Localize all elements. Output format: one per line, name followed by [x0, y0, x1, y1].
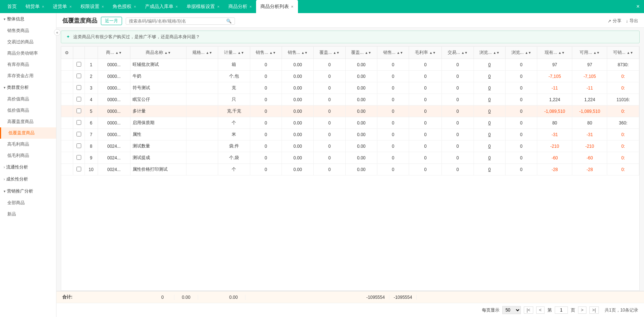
cell-checkbox[interactable] — [73, 152, 85, 164]
nav-close-purchase[interactable]: × — [69, 4, 71, 9]
cell-browse1[interactable]: 0 — [474, 152, 505, 164]
cell-checkbox[interactable] — [73, 82, 85, 94]
nav-close-permissions[interactable]: × — [102, 4, 104, 9]
th-spec[interactable]: 规格... ▲▼ — [186, 47, 218, 59]
nav-home[interactable]: 首页 — [3, 0, 21, 13]
th-sales-count[interactable]: 销售... ▲▼ — [250, 47, 282, 59]
sidebar-item-new-goods[interactable]: 新品 — [0, 209, 56, 220]
sidebar-collapse-btn[interactable]: « — [54, 29, 60, 36]
nav-product-entry[interactable]: 产成品入库单 × — [141, 0, 182, 13]
th-sales3[interactable]: 销售... ▲▼ — [377, 47, 409, 59]
cell-browse1[interactable]: 0 — [474, 140, 505, 152]
cell-code: 0000... — [98, 59, 130, 71]
cell-browse1[interactable]: 0 — [474, 94, 505, 106]
th-profit-rate[interactable]: 毛利率 ▲▼ — [409, 47, 442, 59]
sidebar-item-low-profit[interactable]: 低毛利商品 — [0, 150, 56, 161]
nav-close-sales-order[interactable]: × — [42, 4, 44, 9]
sidebar-item-stocked-goods[interactable]: 有库存商品 — [0, 59, 56, 70]
nav-sales-order[interactable]: 销货单 × — [21, 0, 48, 13]
th-code[interactable]: 商... ▲▼ — [98, 47, 130, 59]
prev-page-btn[interactable]: < — [536, 306, 545, 314]
th-browse1[interactable]: 浏览... ▲▼ — [474, 47, 505, 59]
cell-stock1: 1,224 — [537, 94, 572, 106]
sidebar-section-overview[interactable]: ▾ 整体信息 — [0, 13, 56, 25]
cell-cover1: 0 — [314, 82, 345, 94]
cell-checkbox[interactable] — [73, 71, 85, 82]
sidebar-item-category-rate[interactable]: 商品分类动销率 — [0, 48, 56, 59]
table-row: 5 0000... 多计量 克,千克 0 0.00 0 0.00 0 0 0 0… — [61, 106, 639, 117]
th-stock1[interactable]: 现有... ▲▼ — [537, 47, 572, 59]
cell-browse1[interactable]: 0 — [474, 106, 505, 117]
sidebar-item-high-profit[interactable]: 高毛利商品 — [0, 139, 56, 150]
last-page-btn[interactable]: >| — [589, 306, 599, 314]
search-input[interactable] — [129, 19, 226, 24]
sidebar-item-traded-goods[interactable]: 交易过的商品 — [0, 36, 56, 48]
sidebar-item-low-coverage[interactable]: 低覆盖度商品 — [0, 127, 56, 139]
nav-close-role-auth[interactable]: × — [134, 4, 136, 9]
share-icon: ↗ — [608, 19, 611, 24]
close-all-tabs[interactable]: × — [636, 3, 640, 10]
first-page-btn[interactable]: |< — [524, 306, 533, 314]
export-btn[interactable]: ↓ 导出 — [626, 18, 638, 24]
cell-browse1[interactable]: 0 — [474, 71, 505, 82]
cell-unit: 个,包 — [218, 71, 250, 82]
page-input[interactable] — [555, 306, 568, 314]
cell-cover2: 0.00 — [345, 106, 377, 117]
nav-close-product-entry[interactable]: × — [176, 4, 178, 9]
nav-product-analysis[interactable]: 商品分析 × — [224, 0, 256, 13]
th-unit[interactable]: 计量... ▲▼ — [218, 47, 250, 59]
th-stock3[interactable]: 可销... ▲▼ — [607, 47, 639, 59]
sidebar-section-marketing[interactable]: ▾ 营销推广分析 — [0, 185, 56, 197]
cell-browse1[interactable]: 0 — [474, 82, 505, 94]
per-page-select[interactable]: 50 100 200 — [502, 306, 521, 314]
cell-cover2: 0.00 — [345, 82, 377, 94]
nav-purchase[interactable]: 进货单 × — [48, 0, 76, 13]
th-browse2[interactable]: 浏览... ▲▼ — [505, 47, 537, 59]
sidebar-section-tier[interactable]: ▾ 类群度分析 — [0, 82, 56, 94]
nav-close-product-analysis-list[interactable]: × — [291, 4, 293, 9]
th-cover1[interactable]: 覆盖... ▲▼ — [314, 47, 345, 59]
cell-profit-rate: 0 — [409, 129, 442, 140]
th-cover2[interactable]: 覆盖... ▲▼ — [345, 47, 377, 59]
cell-checkbox[interactable] — [73, 59, 85, 71]
cell-sales-amount: 0.00 — [282, 140, 313, 152]
cell-sales-count: 0 — [250, 129, 282, 140]
nav-close-template-settings[interactable]: × — [217, 4, 219, 9]
nav-product-analysis-list[interactable]: 商品分析列表 × — [256, 0, 298, 13]
cell-browse1[interactable]: 0 — [474, 164, 505, 175]
nav-template-settings[interactable]: 单据模板设置 × — [182, 0, 224, 13]
sidebar-item-all-goods[interactable]: 全部商品 — [0, 197, 56, 209]
filter-period-btn[interactable]: 近一月 — [101, 17, 122, 25]
cell-checkbox[interactable] — [73, 117, 85, 129]
nav-role-auth[interactable]: 角色授权 × — [108, 0, 140, 13]
cell-checkbox[interactable] — [73, 129, 85, 140]
sidebar-item-high-value[interactable]: 高价值商品 — [0, 94, 56, 105]
cell-checkbox[interactable] — [73, 94, 85, 106]
cell-stock1: -60 — [537, 152, 572, 164]
th-settings[interactable]: ⚙ — [61, 47, 73, 59]
cell-browse2: 0 — [505, 140, 537, 152]
sidebar-item-high-coverage[interactable]: 高覆盖度商品 — [0, 116, 56, 127]
cell-trade: 0 — [442, 117, 474, 129]
th-trade[interactable]: 交易... ▲▼ — [442, 47, 474, 59]
totals-label: 合计: — [56, 294, 78, 300]
th-sales-amount[interactable]: 销售... ▲▼ — [282, 47, 313, 59]
next-page-btn[interactable]: > — [578, 306, 586, 314]
sidebar-section-growth[interactable]: › 成长性分析 — [0, 173, 56, 185]
cell-checkbox[interactable] — [73, 106, 85, 117]
th-stock2[interactable]: 可用... ▲▼ — [572, 47, 607, 59]
nav-close-product-analysis[interactable]: × — [250, 4, 252, 9]
share-btn[interactable]: ↗ 分享 — [608, 18, 621, 24]
sidebar-section-flow[interactable]: › 流通性分析 — [0, 161, 56, 173]
cell-browse1[interactable]: 0 — [474, 59, 505, 71]
nav-permissions[interactable]: 权限设置 × — [76, 0, 108, 13]
cell-checkbox[interactable] — [73, 164, 85, 175]
cell-browse1[interactable]: 0 — [474, 129, 505, 140]
cell-browse1[interactable]: 0 — [474, 117, 505, 129]
cell-checkbox[interactable] — [73, 140, 85, 152]
th-name[interactable]: 商品名称 ▲▼ — [130, 47, 186, 59]
search-icon[interactable]: 🔍 — [226, 19, 232, 24]
sidebar-item-low-value[interactable]: 低价值商品 — [0, 105, 56, 116]
sidebar-item-capital-usage[interactable]: 库存资金占用 — [0, 70, 56, 82]
sidebar-item-sales-goods[interactable]: 销售类商品 — [0, 25, 56, 36]
